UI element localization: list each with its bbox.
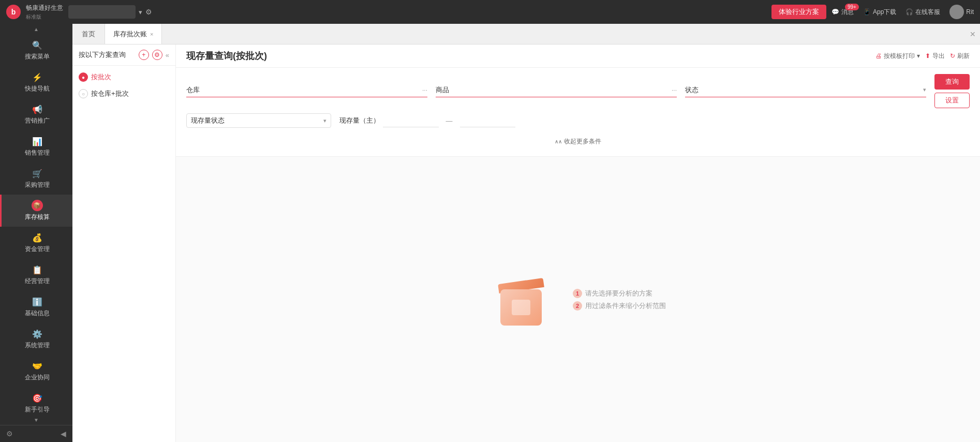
topbar-gear-icon[interactable]: ⚙ — [145, 8, 152, 16]
empty-state: 1 请先选择要分析的方案 2 用过滤条件来缩小分析范围 — [176, 157, 980, 442]
sidebar-scroll-down[interactable]: ▼ — [0, 415, 72, 425]
filter-area: 仓库 ··· 商品 ··· 状态 ▾ — [176, 68, 980, 157]
marketing-label: 营销推广 — [25, 116, 50, 125]
messages-badge: 99+ — [845, 4, 859, 10]
left-panel-title: 按以下方案查询 — [79, 50, 126, 60]
goods-dots[interactable]: ··· — [672, 86, 677, 94]
sidebar-item-quick-nav[interactable]: ⚡ 快捷导航 — [0, 66, 72, 98]
empty-tip-2: 2 用过滤条件来缩小分析范围 — [573, 301, 666, 311]
illustration-box — [500, 289, 542, 326]
goods-filter-field: 商品 ··· — [436, 85, 677, 97]
sidebar: ▲ 🔍 搜索菜单 ⚡ 快捷导航 📢 营销推广 📊 销售管理 🛒 采购管理 — [0, 24, 72, 442]
chevron-up-icon: ∧∧ — [555, 139, 562, 144]
trial-btn[interactable]: 体验行业方案 — [771, 5, 826, 19]
topbar-search-area: ▾ ⚙ — [68, 5, 766, 19]
online-service-btn[interactable]: 🎧 在线客服 — [905, 8, 940, 17]
edition-label: 标准版 — [26, 13, 63, 21]
plan-by-wh-batch-label: 按仓库+批次 — [91, 89, 129, 98]
app-download-btn[interactable]: 📱 App下载 — [863, 8, 896, 17]
inventory-qty-dash: — — [442, 117, 457, 125]
sidebar-collapse-icon[interactable]: ◀ — [61, 430, 66, 438]
messages-btn[interactable]: 💬 消息 99+ — [831, 8, 854, 17]
page-title-bar: 现存量查询(按批次) 🖨 按模板打印 ▾ ⬆ 导出 ↻ — [176, 45, 980, 68]
sidebar-item-search-menu[interactable]: 🔍 搜索菜单 — [0, 34, 72, 66]
avatar — [949, 5, 964, 19]
goods-filter-label: 商品 — [436, 85, 449, 95]
inventory-label: 库存核算 — [25, 213, 50, 222]
quick-nav-icon: ⚡ — [32, 71, 43, 83]
inventory-icon: 📦 — [32, 200, 43, 211]
left-panel: 按以下方案查询 + ⚙ « ● 按批次 ○ — [72, 45, 176, 442]
sidebar-items: 🔍 搜索菜单 ⚡ 快捷导航 📢 营销推广 📊 销售管理 🛒 采购管理 📦 — [0, 34, 72, 415]
sidebar-item-sales[interactable]: 📊 销售管理 — [0, 130, 72, 163]
export-btn[interactable]: ⬆ 导出 — [925, 52, 945, 61]
basic-info-label: 基础信息 — [25, 309, 50, 318]
sidebar-item-system[interactable]: ⚙️ 系统管理 — [0, 323, 72, 355]
sidebar-scroll-up[interactable]: ▲ — [0, 24, 72, 34]
tab-home[interactable]: 首页 — [72, 24, 105, 44]
sidebar-item-new-user[interactable]: 🎯 新手引导 — [0, 387, 72, 415]
refresh-icon: ↻ — [950, 52, 955, 60]
main-layout: ▲ 🔍 搜索菜单 ⚡ 快捷导航 📢 营销推广 📊 销售管理 🛒 采购管理 — [0, 24, 980, 442]
panel-collapse-btn[interactable]: « — [166, 51, 169, 59]
filter-settings-btn[interactable]: 设置 — [934, 93, 970, 108]
sidebar-item-basic-info[interactable]: ℹ️ 基础信息 — [0, 291, 72, 323]
headset-icon: 🎧 — [905, 8, 913, 16]
tab-close-icon[interactable]: × — [150, 31, 153, 37]
add-plan-btn[interactable]: + — [139, 50, 149, 60]
export-icon: ⬆ — [925, 52, 930, 60]
sidebar-item-inventory[interactable]: 📦 库存核算 — [0, 195, 72, 227]
sidebar-item-finance[interactable]: 💰 资金管理 — [0, 227, 72, 259]
plan-by-batch-icon: ● — [79, 72, 88, 82]
phone-icon: 📱 — [863, 8, 871, 16]
new-user-icon: 🎯 — [32, 392, 43, 404]
topbar-dropdown-arrow[interactable]: ▾ — [139, 8, 142, 16]
inventory-status-field[interactable]: 现存量状态 ▾ — [186, 113, 331, 128]
sidebar-settings-icon[interactable]: ⚙ — [6, 430, 13, 438]
message-icon: 💬 — [831, 8, 839, 16]
plan-settings-btn[interactable]: ⚙ — [152, 50, 162, 60]
status-dropdown-arrow[interactable]: ▾ — [923, 86, 926, 93]
search-menu-label: 搜索菜单 — [25, 52, 50, 61]
active-tab-label: 库存批次账 — [113, 30, 147, 39]
sidebar-item-operations[interactable]: 📋 经营管理 — [0, 259, 72, 291]
app-logo: b — [6, 5, 21, 19]
filter-row-1: 仓库 ··· 商品 ··· 状态 ▾ — [186, 74, 970, 108]
left-panel-actions: + ⚙ « — [139, 50, 169, 60]
topbar-search-input[interactable] — [68, 5, 136, 19]
sidebar-item-enterprise-collab[interactable]: 🤝 企业协同 — [0, 355, 72, 387]
tip-text-2: 用过滤条件来缩小分析范围 — [585, 301, 666, 311]
inventory-qty-from[interactable] — [383, 114, 439, 127]
empty-illustration — [490, 274, 552, 326]
panel-close-icon[interactable]: ✕ — [970, 30, 976, 38]
plan-item-by-warehouse-batch[interactable]: ○ 按仓库+批次 — [72, 85, 175, 102]
inventory-qty-field: 现存量（主） — — [339, 114, 515, 127]
empty-tips: 1 请先选择要分析的方案 2 用过滤条件来缩小分析范围 — [573, 289, 666, 311]
user-area[interactable]: Rit — [949, 5, 974, 19]
filter-buttons: 查询 设置 — [934, 74, 970, 108]
collapse-bar[interactable]: ∧∧ 收起更多条件 — [186, 133, 970, 150]
query-btn[interactable]: 查询 — [934, 74, 970, 90]
username-label: Rit — [966, 8, 974, 16]
inventory-status-arrow[interactable]: ▾ — [323, 117, 326, 124]
tab-bar-right: ✕ — [970, 24, 980, 44]
tab-inventory-batch[interactable]: 库存批次账 × — [105, 24, 162, 44]
enterprise-collab-icon: 🤝 — [32, 360, 43, 372]
brand-area: 畅康通好生意 标准版 — [26, 4, 63, 21]
print-btn[interactable]: 🖨 按模板打印 ▾ — [875, 52, 920, 61]
inventory-qty-to[interactable] — [460, 114, 516, 127]
empty-content: 1 请先选择要分析的方案 2 用过滤条件来缩小分析范围 — [490, 274, 666, 326]
print-dropdown-icon[interactable]: ▾ — [917, 52, 920, 60]
brand-name: 畅康通好生意 — [26, 4, 63, 12]
plan-by-wh-batch-icon: ○ — [79, 89, 88, 98]
tip-num-1: 1 — [573, 289, 582, 298]
tip-num-2: 2 — [573, 301, 582, 311]
plan-item-by-batch[interactable]: ● 按批次 — [72, 69, 175, 85]
sidebar-item-purchase[interactable]: 🛒 采购管理 — [0, 163, 72, 195]
refresh-btn[interactable]: ↻ 刷新 — [950, 52, 970, 61]
system-label: 系统管理 — [25, 341, 50, 350]
warehouse-dots[interactable]: ··· — [422, 86, 427, 94]
sidebar-item-marketing[interactable]: 📢 营销推广 — [0, 98, 72, 130]
marketing-icon: 📢 — [32, 104, 43, 115]
inventory-qty-label: 现存量（主） — [339, 116, 380, 125]
